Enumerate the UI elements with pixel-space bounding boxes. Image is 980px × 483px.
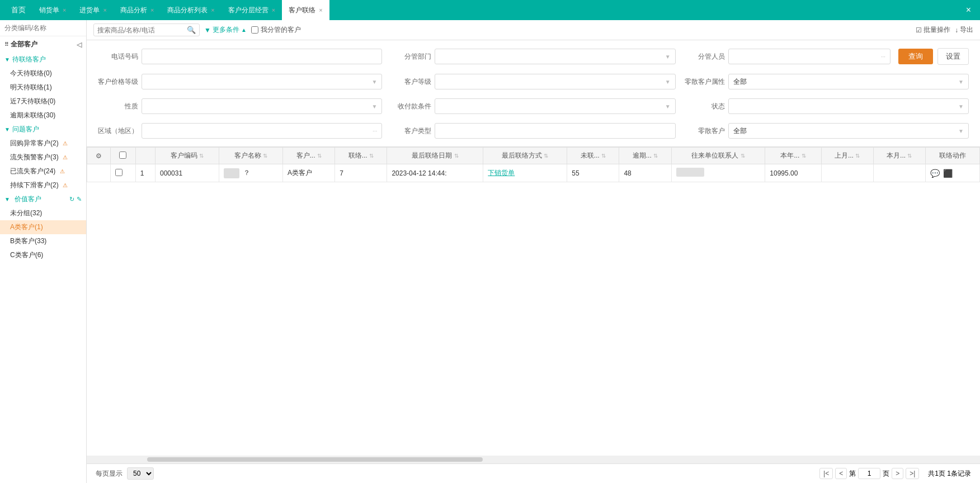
phone-input[interactable]	[142, 49, 382, 64]
col-last-date[interactable]: 最后联络日期 ⇅	[387, 148, 483, 164]
col-overdue[interactable]: 逾期... ⇅	[619, 148, 671, 164]
close-sales-tab[interactable]: ×	[63, 7, 66, 13]
sidebar-item-tomorrow[interactable]: 明天待联络(1)	[0, 80, 86, 94]
select-all-checkbox[interactable]	[119, 151, 126, 159]
main-search-container: 🔍	[93, 23, 200, 36]
warn-icon-1: ⚠	[63, 140, 68, 146]
close-customer-mgmt-tab[interactable]: ×	[272, 7, 275, 13]
payment-select[interactable]: ▼	[435, 98, 675, 114]
last-method-link[interactable]: 下销货单	[488, 169, 515, 177]
close-customer-contact-tab[interactable]: ×	[319, 7, 322, 13]
close-purchase-tab[interactable]: ×	[103, 7, 106, 13]
warn-icon-3: ⚠	[60, 168, 65, 174]
export-button[interactable]: ↓ 导出	[955, 25, 973, 35]
retail-attr-select[interactable]: 全部 ▼	[728, 74, 969, 89]
horizontal-scrollbar[interactable]	[87, 456, 980, 463]
batch-operation-button[interactable]: ☑ 批量操作	[916, 25, 950, 35]
sidebar-search-container: 🔍	[0, 20, 86, 36]
nav-tab-analysis-list[interactable]: 商品分析列表 ×	[161, 0, 221, 20]
sort-icon-unit: ⇅	[741, 153, 745, 159]
sidebar-item-declining[interactable]: 持续下滑客户(2) ⚠	[0, 178, 86, 192]
nav-tab-analysis[interactable]: 商品分析 ×	[114, 0, 161, 20]
cell-last-method[interactable]: 下销货单	[483, 164, 567, 182]
col-settings[interactable]: ⚙	[87, 148, 111, 164]
main-toolbar: 🔍 ▼ 更多条件 ▲ 我分管的客户 ☑ 批量操作 ↓ 导出	[87, 20, 980, 40]
more-filter-button[interactable]: ▼ 更多条件 ▲	[204, 25, 247, 35]
col-contact[interactable]: 联络... ⇅	[335, 148, 387, 164]
sidebar-item-class-c[interactable]: C类客户(6)	[0, 248, 86, 262]
sidebar-item-churned[interactable]: 已流失客户(24) ⚠	[0, 164, 86, 178]
col-checkbox	[110, 148, 135, 164]
next-page-button[interactable]: >	[892, 468, 903, 479]
pagination-controls: |< < 第 页 > >| 共1页 1条记录	[819, 468, 971, 479]
price-grade-select[interactable]: ▼	[142, 74, 382, 89]
qr-code-icon[interactable]: ⬛	[943, 169, 953, 178]
data-table-container: ⚙ 客户编码 ⇅ 客户名称 ⇅ 客户... ⇅ 联络... ⇅ 最后联络日期 ⇅…	[87, 147, 980, 456]
col-last-method[interactable]: 最后联络方式 ⇅	[483, 148, 567, 164]
row-checkbox[interactable]	[115, 169, 123, 176]
sidebar-item-abnormal[interactable]: 回购异常客户(2) ⚠	[0, 136, 86, 150]
window-close-button[interactable]: ×	[962, 5, 976, 15]
last-page-button[interactable]: >|	[906, 468, 919, 479]
main-search-icon[interactable]: 🔍	[187, 26, 196, 34]
cust-type-select[interactable]	[435, 123, 675, 139]
filter-retail-attr: 零散客户属性 全部 ▼	[680, 72, 973, 92]
edit-icon[interactable]: ✎	[77, 196, 82, 203]
scrollbar-thumb[interactable]	[147, 457, 483, 462]
refresh-icon[interactable]: ↻	[69, 196, 74, 203]
sidebar-item-overdue-contact[interactable]: 逾期未联络(30)	[0, 108, 86, 122]
first-page-button[interactable]: |<	[819, 468, 833, 479]
my-customer-check[interactable]	[251, 26, 258, 34]
col-this-year[interactable]: 本年... ⇅	[765, 148, 821, 164]
col-code[interactable]: 客户编码 ⇅	[156, 148, 219, 164]
sidebar-search-input[interactable]	[4, 24, 87, 32]
filter-status: 状态 ▼	[680, 96, 973, 116]
col-type[interactable]: 客户... ⇅	[283, 148, 335, 164]
my-customer-checkbox[interactable]: 我分管的客户	[251, 25, 301, 35]
cell-empty	[87, 164, 111, 182]
page-number-input[interactable]	[858, 468, 880, 479]
sidebar-collapse-button[interactable]: ◁	[77, 41, 82, 49]
sidebar-item-today[interactable]: 今天待联络(0)	[0, 67, 86, 80]
dept-select[interactable]: ▼	[435, 49, 675, 64]
cust-grade-select[interactable]: ▼	[435, 74, 675, 89]
sidebar-group-problem[interactable]: ▼ 问题客户	[0, 122, 86, 136]
main-search-input[interactable]	[97, 26, 187, 34]
sidebar-item-7days[interactable]: 近7天待联络(0)	[0, 94, 86, 108]
chevron-down-icon-8: ▼	[958, 128, 964, 134]
col-name[interactable]: 客户名称 ⇅	[219, 148, 283, 164]
nature-select[interactable]: ▼	[142, 98, 382, 114]
settings-button[interactable]: 设置	[937, 48, 969, 65]
sidebar-item-class-a[interactable]: A类客户(1)	[0, 220, 86, 234]
chat-icon[interactable]: 💬	[930, 169, 940, 178]
chevron-down-icon-7: ▼	[958, 103, 964, 110]
prev-page-button[interactable]: <	[835, 468, 847, 479]
person-select[interactable]: ···	[728, 49, 891, 64]
sidebar-item-class-b[interactable]: B类客户(33)	[0, 234, 86, 248]
cell-name[interactable]: ？	[219, 164, 283, 182]
page-size-select[interactable]: 50	[127, 467, 154, 480]
col-this-month[interactable]: 本月... ⇅	[873, 148, 925, 164]
nav-tab-customer-mgmt[interactable]: 客户分层经营 ×	[222, 0, 282, 20]
sidebar-item-ungrouped[interactable]: 未分组(32)	[0, 206, 86, 220]
expand-arrow-icon-3: ▼	[4, 196, 10, 202]
col-no-contact[interactable]: 未联... ⇅	[567, 148, 619, 164]
close-analysis-tab[interactable]: ×	[150, 7, 154, 13]
cell-type: A类客户	[283, 164, 335, 182]
nav-tab-sales[interactable]: 销货单 ×	[32, 0, 73, 20]
region-select[interactable]: ···	[142, 123, 382, 139]
nav-home[interactable]: 首页	[4, 5, 32, 15]
col-unit-contact[interactable]: 往来单位联系人 ⇅	[671, 148, 765, 164]
retail-select[interactable]: 全部 ▼	[728, 123, 969, 139]
filter-icon: ▼	[204, 26, 211, 34]
col-last-month[interactable]: 上月... ⇅	[821, 148, 873, 164]
close-analysis-list-tab[interactable]: ×	[211, 7, 214, 13]
nav-tab-purchase[interactable]: 进货单 ×	[73, 0, 113, 20]
status-select[interactable]: ▼	[728, 98, 969, 114]
query-button[interactable]: 查询	[898, 49, 933, 64]
sidebar-group-pending[interactable]: ▼ 待联络客户	[0, 53, 86, 67]
sidebar-item-churn-warn[interactable]: 流失预警客户(3) ⚠	[0, 150, 86, 164]
nav-tab-customer-contact[interactable]: 客户联络 ×	[282, 0, 329, 20]
sidebar-all-customers[interactable]: ⠿ 全部客户 ◁	[0, 36, 86, 53]
sidebar-group-value[interactable]: ▼ 价值客户 ↻ ✎	[0, 192, 86, 206]
